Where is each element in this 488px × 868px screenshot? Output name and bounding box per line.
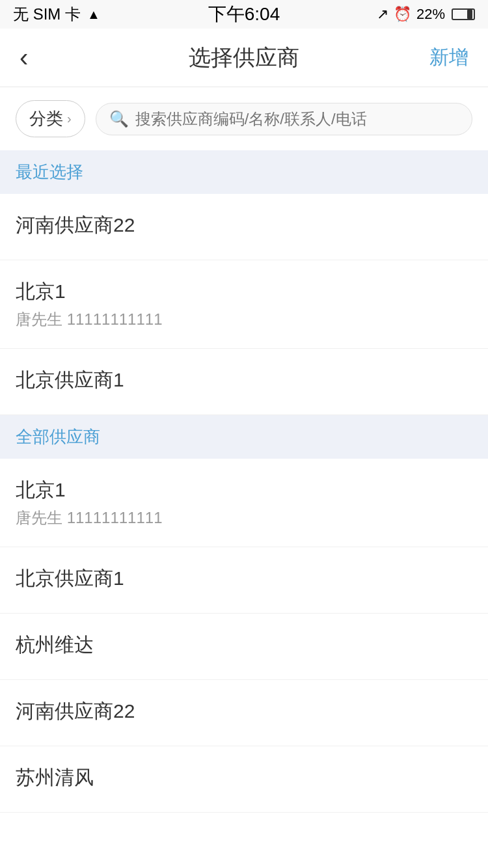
item-name: 北京供应商1 [16,367,472,394]
location-icon: ↗ [377,6,388,23]
page-title: 选择供应商 [189,43,299,73]
item-sub: 唐先生 11111111111 [16,508,472,528]
search-input[interactable] [135,110,459,128]
item-name: 杭州维达 [16,632,472,658]
filter-bar: 分类 › 🔍 [0,87,488,150]
carrier-text: 无 SIM 卡 [13,4,81,25]
category-label: 分类 [29,107,63,130]
all-section-header: 全部供应商 [0,415,488,459]
recent-items-list: 河南供应商22北京1唐先生 11111111111北京供应商1 [0,194,488,415]
item-name: 苏州清风 [16,765,472,791]
status-right: ↗ ⏰ 22% [377,6,475,23]
category-filter[interactable]: 分类 › [16,100,85,137]
list-item[interactable]: 北京供应商1 [0,547,488,614]
search-box[interactable]: 🔍 [96,103,472,135]
list-item[interactable]: 北京供应商1 [0,349,488,415]
item-sub: 唐先生 11111111111 [16,309,472,330]
battery-percent: 22% [416,6,445,23]
list-item[interactable]: 苏州清风 [0,746,488,813]
back-button[interactable]: ‹ [13,36,34,79]
item-name: 北京1 [16,477,472,504]
search-icon: 🔍 [109,110,129,128]
status-time: 下午6:04 [208,2,280,27]
add-button[interactable]: 新增 [429,44,468,71]
item-name: 河南供应商22 [16,212,472,239]
item-name: 北京供应商1 [16,565,472,592]
status-bar: 无 SIM 卡 ▲ 下午6:04 ↗ ⏰ 22% [0,0,488,29]
recent-section-header: 最近选择 [0,150,488,194]
item-name: 河南供应商22 [16,698,472,725]
chevron-right-icon: › [67,111,72,126]
list-item[interactable]: 北京1唐先生 11111111111 [0,260,488,349]
list-item[interactable]: 北京1唐先生 11111111111 [0,459,488,547]
item-name: 北京1 [16,278,472,305]
list-item[interactable]: 河南供应商22 [0,680,488,746]
status-left: 无 SIM 卡 ▲ [13,4,100,25]
nav-bar: ‹ 选择供应商 新增 [0,29,488,87]
list-item[interactable]: 河南供应商22 [0,194,488,260]
alarm-icon: ⏰ [394,6,411,23]
wifi-icon: ▲ [87,7,100,22]
all-items-list: 北京1唐先生 11111111111北京供应商1杭州维达河南供应商22苏州清风 [0,459,488,813]
battery-icon [452,8,475,20]
list-item[interactable]: 杭州维达 [0,614,488,680]
recent-section-label: 最近选择 [16,162,83,182]
all-section-label: 全部供应商 [16,427,100,446]
